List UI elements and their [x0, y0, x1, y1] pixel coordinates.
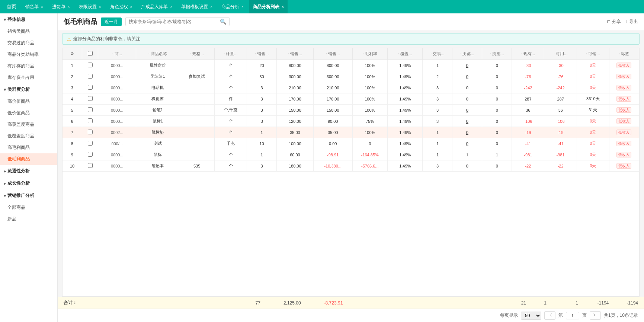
- filter-period-button[interactable]: 近一月: [101, 17, 122, 26]
- nav-purchase-order[interactable]: 进货单 ×: [48, 0, 74, 13]
- sidebar-group-circulation[interactable]: ▸ 流通性分析: [0, 165, 57, 177]
- cell-sales-qty-3: 3: [247, 93, 277, 105]
- sidebar-group-overall[interactable]: ▾ 整体信息: [0, 13, 57, 26]
- page-size-label: 每页显示: [500, 312, 518, 319]
- nav-close-purchase-order[interactable]: ×: [68, 5, 70, 9]
- nav-product-analysis[interactable]: 商品分析 ×: [218, 0, 247, 13]
- nav-permissions[interactable]: 权限设置 ×: [75, 0, 105, 13]
- cell-browse1-2[interactable]: 0: [452, 82, 482, 93]
- cell-cb-5[interactable]: [82, 116, 98, 127]
- cell-unit-7: 千克: [214, 138, 247, 149]
- nav-close-template-settings[interactable]: ×: [210, 5, 212, 9]
- nav-close-product-inbound[interactable]: ×: [170, 5, 172, 9]
- sidebar-item-low-coverage[interactable]: 低覆盖度商品: [0, 130, 57, 142]
- col-header-sales-amt[interactable]: · 销售...: [277, 48, 314, 60]
- sidebar-group-growth[interactable]: ▸ 成长性分析: [0, 177, 57, 189]
- nav-close-product-analysis-list[interactable]: ×: [282, 5, 284, 9]
- sidebar-item-low-value[interactable]: 低价值商品: [0, 107, 57, 119]
- col-header-name[interactable]: · 商品名称: [136, 48, 179, 60]
- col-header-gross-rate[interactable]: · 毛利率: [352, 48, 387, 60]
- col-header-tag[interactable]: · 标签: [609, 48, 639, 60]
- sidebar-item-inventory-capital[interactable]: 库存资金占用: [0, 72, 57, 83]
- export-button[interactable]: ↑ 导出: [625, 19, 638, 25]
- col-header-salable-days[interactable]: · 可销...: [577, 48, 609, 60]
- cell-browse1-0[interactable]: 0: [452, 60, 482, 71]
- cell-cb-8[interactable]: [82, 149, 98, 160]
- cell-cb-1[interactable]: [82, 71, 98, 82]
- nav-sales-order[interactable]: 销货单 ×: [22, 0, 47, 13]
- cell-cb-9[interactable]: [82, 160, 98, 172]
- col-header-sales-profit[interactable]: · 销售...: [313, 48, 352, 60]
- nav-home[interactable]: 首页: [3, 0, 20, 13]
- cell-browse1-9[interactable]: 0: [452, 160, 482, 172]
- sidebar-group-marketing[interactable]: ▾ 营销推广分析: [0, 189, 57, 202]
- sidebar-group-cluster-analysis[interactable]: ▾ 类群度分析: [0, 83, 57, 96]
- share-button[interactable]: ⊏ 分享: [607, 19, 621, 25]
- cell-cb-0[interactable]: [82, 60, 98, 71]
- cell-cb-7[interactable]: [82, 138, 98, 149]
- page-size-select[interactable]: 50 100 200: [521, 312, 541, 320]
- cell-cb-3[interactable]: [82, 93, 98, 105]
- cell-browse1-3[interactable]: 0: [452, 93, 482, 105]
- sidebar-item-category-sales-rate[interactable]: 商品分类助销率: [0, 49, 57, 60]
- cell-current-stock-4: 36: [512, 105, 544, 116]
- col-header-sales-qty[interactable]: · 销售...: [247, 48, 277, 60]
- cell-sales-qty-8: 1: [247, 149, 277, 160]
- nav-close-permissions[interactable]: ×: [99, 5, 101, 9]
- cell-browse1-4[interactable]: 0: [452, 105, 482, 116]
- table-row: 8 000/... 测试 千克 10 100.00 0.00 0 1.49% 1…: [63, 138, 639, 149]
- sidebar-item-new-products[interactable]: 新品: [0, 213, 57, 225]
- sidebar-item-high-coverage[interactable]: 高覆盖度商品: [0, 119, 57, 130]
- select-all-checkbox[interactable]: [88, 51, 93, 56]
- sidebar-item-high-value[interactable]: 高价值商品: [0, 96, 57, 107]
- col-header-browse1[interactable]: · 浏览...: [452, 48, 482, 60]
- nav-close-product-analysis[interactable]: ×: [241, 5, 244, 9]
- cell-current-stock-0: -30: [512, 60, 544, 71]
- nav-product-analysis-list[interactable]: 商品分析列表 ×: [249, 0, 288, 13]
- nav-template-settings[interactable]: 单据模板设置 ×: [177, 0, 216, 13]
- cell-browse1-8[interactable]: 1: [452, 149, 482, 160]
- nav-close-role-auth[interactable]: ×: [130, 5, 132, 9]
- nav-close-sales-order[interactable]: ×: [41, 5, 43, 9]
- totals-sales-amt: 2,125.00: [283, 300, 301, 306]
- col-header-unit[interactable]: · 计量...: [214, 48, 247, 60]
- table-row: 9 0000... 鼠标 个 1 60.00 -98.91 -164.85% 1…: [63, 149, 639, 160]
- nav-product-inbound[interactable]: 产成品入库单 ×: [137, 0, 176, 13]
- col-header-spec[interactable]: · 规格...: [179, 48, 214, 60]
- cell-sales-amt-9: 180.00: [277, 160, 314, 172]
- sidebar-item-traded-products[interactable]: 交易过的商品: [0, 37, 57, 49]
- sidebar-item-all-products[interactable]: 全部商品: [0, 202, 57, 213]
- sidebar-item-low-margin[interactable]: 低毛利商品: [0, 153, 57, 165]
- cell-browse1-7[interactable]: 0: [452, 138, 482, 149]
- cell-unit-4: 个,千克: [214, 105, 247, 116]
- cell-sales-amt-6: 35.00: [277, 127, 314, 138]
- cell-cb-4[interactable]: [82, 105, 98, 116]
- cell-seq-7: 8: [63, 138, 82, 149]
- col-header-trans[interactable]: · 交易...: [423, 48, 452, 60]
- page-number-input[interactable]: [566, 312, 579, 319]
- cell-cb-6[interactable]: [82, 127, 98, 138]
- col-header-code[interactable]: · 商...: [98, 48, 136, 60]
- cell-browse1-6[interactable]: 0: [452, 127, 482, 138]
- col-header-coverage[interactable]: · 覆盖...: [388, 48, 423, 60]
- col-header-browse2[interactable]: · 浏览...: [482, 48, 512, 60]
- sidebar-item-stocked-products[interactable]: 有库存的商品: [0, 60, 57, 72]
- next-page-button[interactable]: 〉: [590, 311, 601, 320]
- cell-avail-stock-7: -41: [544, 138, 577, 149]
- col-header-current-stock[interactable]: · 现有...: [512, 48, 544, 60]
- cell-browse1-5[interactable]: 0: [452, 116, 482, 127]
- cell-coverage-5: 1.49%: [388, 116, 423, 127]
- cell-browse1-1[interactable]: 0: [452, 71, 482, 82]
- cell-gross-rate-4: 100%: [352, 105, 387, 116]
- sidebar-item-sales-products[interactable]: 销售类商品: [0, 26, 57, 37]
- col-checkbox-all[interactable]: [82, 48, 98, 60]
- search-input[interactable]: [129, 19, 220, 24]
- sidebar-item-high-margin[interactable]: 高毛利商品: [0, 142, 57, 153]
- search-icon[interactable]: 🔍: [220, 19, 226, 25]
- col-settings[interactable]: ⚙: [63, 48, 82, 60]
- col-header-avail-stock[interactable]: · 可用...: [544, 48, 577, 60]
- nav-role-auth[interactable]: 角色授权 ×: [106, 0, 136, 13]
- cell-avail-stock-8: -981: [544, 149, 577, 160]
- cell-cb-2[interactable]: [82, 82, 98, 93]
- prev-page-button[interactable]: 〈: [544, 311, 555, 320]
